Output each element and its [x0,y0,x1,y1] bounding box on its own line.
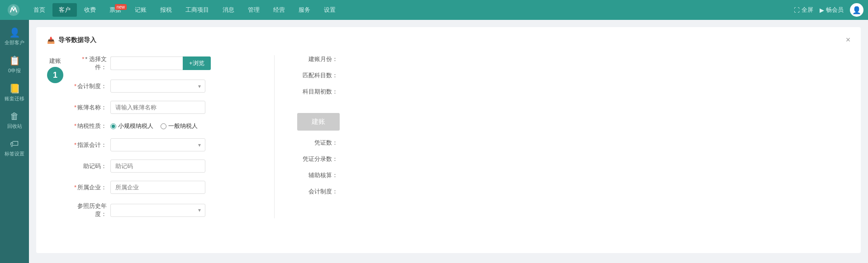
sidebar-item-recycle[interactable]: 🗑 回收站 [1,108,28,133]
panel: 📥 导爷数据导入 × 建账 1 [36,27,861,253]
recycle-label: 回收站 [7,123,22,130]
invoice-badge: new [115,4,127,10]
recycle-icon: 🗑 [10,111,19,122]
step-circle: 1 [47,67,63,83]
accounting-system-select-wrapper [110,80,205,93]
form-right-inner: 建账月份： 匹配科目数： 科目期初数： 建账 [297,55,415,196]
reference-year-select-wrapper [110,204,205,217]
accountant-select-wrapper [110,138,205,151]
ledger-name-label: *账簿名称： [71,103,107,112]
voucher-entries-row: 凭证分录数： [297,155,415,163]
panel-title: 📥 导爷数据导入 [47,36,850,44]
svg-point-1 [12,5,14,8]
sidebar-item-tag-settings[interactable]: 🏷 标签设置 [1,135,28,161]
sidebar-item-account-migration[interactable]: 📒 账套迁移 [1,80,28,106]
layout: 👤 全部客户 📋 0申报 📒 账套迁移 🗑 回收站 🏷 标签设置 📥 导爷数据导… [0,20,868,263]
tax-type-label: *纳税性质： [71,122,107,130]
panel-title-text: 导爷数据导入 [58,36,96,44]
accounting-system-result-row: 会计制度： [297,188,415,196]
app-logo [5,1,23,19]
nav-charge[interactable]: 收费 [78,3,102,17]
build-month-label: 建账月份： [297,55,338,63]
nav-bookkeeping[interactable]: 记账 [128,3,153,17]
tax-small-option[interactable]: 小规模纳税人 [110,122,153,130]
play-icon: ▶ [820,7,824,14]
tax-type-radio-group: 小规模纳税人 一般纳税人 [110,122,198,130]
tax-small-radio[interactable] [110,123,116,129]
top-nav: 首页 客户 收费 票据 new 记账 报税 工商项目 消息 管理 经营 服务 设… [0,0,868,20]
step-badge: 建账 1 [47,57,63,83]
build-account-button[interactable]: 建账 [297,113,340,131]
auxiliary-label: 辅助核算： [297,171,338,179]
nav-settings[interactable]: 设置 [318,3,342,17]
nav-management[interactable]: 管理 [242,3,266,17]
divider [274,55,275,218]
form-right: 建账月份： 匹配科目数： 科目期初数： 建账 [297,55,415,218]
tax-general-option[interactable]: 一般纳税人 [161,122,198,130]
period-initial-label: 科目期初数： [297,88,338,96]
all-customers-label: 全部客户 [5,39,24,46]
browse-button[interactable]: +浏览 [183,56,211,70]
ledger-name-input[interactable] [110,101,205,114]
build-btn-row: 建账 [297,108,415,131]
form-fields: ** 选择文件： +浏览 *会计制度： [71,55,251,218]
nav-tax[interactable]: 报税 [154,3,178,17]
nav-invoice[interactable]: 票据 new [103,3,128,17]
voucher-entries-label: 凭证分录数： [297,155,338,163]
all-customers-icon: 👤 [9,27,20,38]
memo-code-input[interactable] [110,160,205,173]
voucher-count-row: 凭证数： [297,139,415,147]
file-select-label: ** 选择文件： [71,55,107,71]
affiliated-company-input[interactable] [110,181,205,194]
tax-general-radio[interactable] [161,123,166,129]
panel-title-icon: 📥 [47,37,55,44]
sidebar-item-declaration[interactable]: 📋 0申报 [1,52,28,78]
memo-code-label: 助记码： [71,162,107,170]
build-month-row: 建账月份： [297,55,415,63]
affiliated-company-row: *所属企业： [71,181,251,194]
tax-general-label: 一般纳税人 [168,122,198,130]
voucher-count-label: 凭证数： [297,139,338,147]
nav-customer[interactable]: 客户 [52,3,77,17]
nav-business[interactable]: 工商项目 [179,3,215,17]
tag-icon: 🏷 [10,139,19,149]
tax-small-label: 小规模纳税人 [118,122,153,130]
reference-year-label: 参照历史年度： [71,202,107,218]
file-input-group: +浏览 [110,56,211,70]
auxiliary-row: 辅助核算： [297,171,415,179]
declaration-label: 0申报 [8,67,21,74]
form-layout: 建账 1 ** 选择文件： +浏览 [47,55,850,218]
accounting-system-label: *会计制度： [71,82,107,90]
affiliated-company-label: *所属企业： [71,183,107,192]
member-btn[interactable]: ▶ 畅会员 [820,6,844,14]
nav-home[interactable]: 首页 [27,3,52,17]
memo-code-row: 助记码： [71,160,251,173]
tag-settings-label: 标签设置 [5,150,24,157]
accountant-select[interactable] [110,138,205,151]
member-label: 畅会员 [826,6,844,14]
accountant-label: *指派会计： [71,141,107,149]
period-initial-row: 科目期初数： [297,88,415,96]
accounting-system-select[interactable] [110,80,205,93]
avatar-icon: 👤 [852,6,861,14]
nav-service[interactable]: 服务 [292,3,317,17]
user-avatar[interactable]: 👤 [850,3,863,17]
nav-right: ⛶ 全屏 ▶ 畅会员 👤 [794,3,863,17]
ledger-name-row: *账簿名称： [71,101,251,114]
file-text-input[interactable] [110,56,183,70]
sidebar-item-all-customers[interactable]: 👤 全部客户 [1,23,28,50]
reference-year-select[interactable] [110,204,205,217]
close-button[interactable]: × [843,34,854,45]
fullscreen-btn[interactable]: ⛶ 全屏 [794,6,813,14]
main-content: 📥 导爷数据导入 × 建账 1 [29,20,868,263]
sidebar: 👤 全部客户 📋 0申报 📒 账套迁移 🗑 回收站 🏷 标签设置 [0,20,29,263]
fullscreen-icon: ⛶ [794,7,800,14]
account-migration-label: 账套迁移 [5,95,24,102]
tax-type-row: *纳税性质： 小规模纳税人 一般纳税人 [71,122,251,130]
accounting-system-result-label: 会计制度： [297,188,338,196]
nav-operation[interactable]: 经营 [267,3,291,17]
accountant-row: *指派会计： [71,138,251,151]
fullscreen-label: 全屏 [802,6,813,14]
nav-message[interactable]: 消息 [216,3,241,17]
declaration-icon: 📋 [9,55,20,66]
